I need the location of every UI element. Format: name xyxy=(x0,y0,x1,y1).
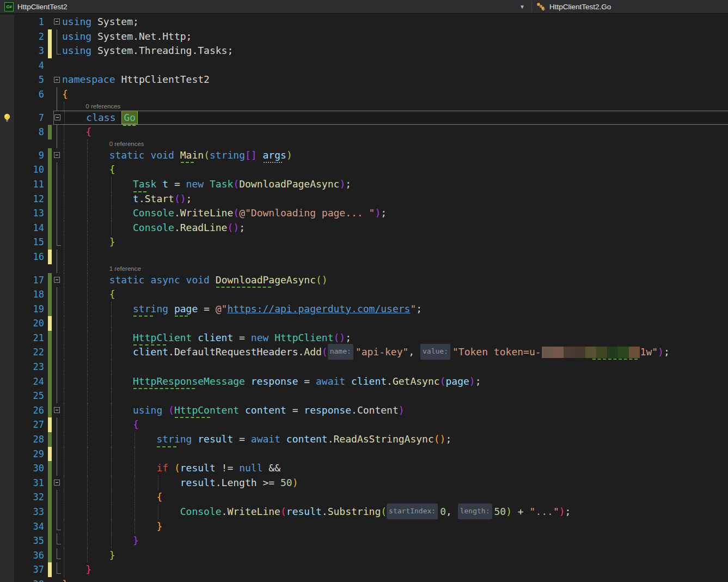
code-text[interactable] xyxy=(62,316,728,331)
breakpoint-margin[interactable] xyxy=(0,476,14,490)
breakpoint-margin[interactable] xyxy=(0,29,14,44)
code-text[interactable] xyxy=(62,58,728,73)
breakpoint-margin[interactable] xyxy=(0,235,14,250)
breakpoint-margin[interactable] xyxy=(0,461,14,476)
breakpoint-margin[interactable] xyxy=(0,44,14,58)
code-text[interactable]: string result = await content.ReadAsStri… xyxy=(62,432,728,447)
breakpoint-margin[interactable] xyxy=(0,111,14,125)
breakpoint-margin[interactable] xyxy=(0,177,14,192)
breakpoint-margin[interactable] xyxy=(0,447,14,462)
code-token: HttpClient xyxy=(133,331,192,345)
breakpoint-margin[interactable] xyxy=(0,562,14,577)
url-link[interactable]: https://api.pagerduty.com/users xyxy=(227,302,410,317)
code-text[interactable]: } xyxy=(62,548,728,563)
code-text[interactable]: static async void DownloadPageAsync() xyxy=(62,273,728,288)
code-text[interactable]: { xyxy=(62,417,728,432)
code-editor[interactable]: 1using System;2using System.Net.Http;3us… xyxy=(0,14,728,582)
breakpoint-margin[interactable] xyxy=(0,548,14,563)
code-text[interactable]: client.DefaultRequestHeaders.Add(name:"a… xyxy=(62,345,728,360)
code-token: result xyxy=(198,432,233,447)
fold-collapse-icon[interactable] xyxy=(54,277,60,283)
breakpoint-margin[interactable] xyxy=(0,403,14,418)
fold-collapse-icon[interactable] xyxy=(54,77,60,83)
breakpoint-margin[interactable] xyxy=(0,432,14,447)
breakpoint-margin[interactable] xyxy=(0,58,14,73)
code-text[interactable]: { xyxy=(62,125,728,140)
code-text[interactable]: using System.Threading.Tasks; xyxy=(62,44,728,58)
code-text[interactable] xyxy=(62,360,728,374)
breakpoint-margin[interactable] xyxy=(0,264,14,273)
code-text[interactable]: { xyxy=(62,490,728,505)
fold-collapse-icon[interactable] xyxy=(54,152,60,158)
breakpoint-margin[interactable] xyxy=(0,206,14,221)
code-text[interactable]: { xyxy=(62,287,728,302)
code-text[interactable]: if (result != null && xyxy=(62,461,728,476)
breakpoint-margin[interactable] xyxy=(0,577,14,582)
breakpoint-margin[interactable] xyxy=(0,490,14,505)
code-text[interactable] xyxy=(62,250,728,264)
code-text[interactable]: HttpClient client = new HttpClient(); xyxy=(62,331,728,345)
breakpoint-margin[interactable] xyxy=(0,287,14,302)
code-text[interactable]: HttpResponseMessage response = await cli… xyxy=(62,374,728,389)
fold-collapse-icon[interactable] xyxy=(54,114,60,120)
code-text[interactable]: using System; xyxy=(62,15,728,29)
breakpoint-margin[interactable] xyxy=(0,316,14,331)
code-text[interactable]: string page = @"https://api.pagerduty.co… xyxy=(62,302,728,317)
change-bar-unsaved xyxy=(48,250,52,264)
breakpoint-margin[interactable] xyxy=(0,519,14,534)
breakpoint-margin[interactable] xyxy=(0,389,14,403)
breakpoint-margin[interactable] xyxy=(0,505,14,519)
breakpoint-margin[interactable] xyxy=(0,417,14,432)
code-text[interactable]: using System.Net.Http; xyxy=(62,29,728,44)
code-text[interactable]: Console.WriteLine(result.Substring(start… xyxy=(62,505,728,519)
code-text[interactable]: t.Start(); xyxy=(62,192,728,207)
code-text[interactable]: } xyxy=(62,235,728,250)
code-text[interactable]: { xyxy=(62,87,728,102)
code-text[interactable]: } xyxy=(62,562,728,577)
chevron-down-icon[interactable]: ▼ xyxy=(519,4,527,10)
breakpoint-margin[interactable] xyxy=(0,374,14,389)
code-text[interactable]: using (HttpContent content = response.Co… xyxy=(62,403,728,418)
code-line: 25 xyxy=(0,389,728,403)
code-text[interactable] xyxy=(62,447,728,462)
code-text[interactable]: Console.WriteLine(@"Downloading page... … xyxy=(62,206,728,221)
code-text[interactable]: } xyxy=(62,577,728,582)
fold-collapse-icon[interactable] xyxy=(54,407,60,413)
code-text[interactable] xyxy=(62,389,728,403)
breakpoint-margin[interactable] xyxy=(0,148,14,163)
code-text[interactable]: Task t = new Task(DownloadPageAsync); xyxy=(62,177,728,192)
breakpoint-margin[interactable] xyxy=(0,534,14,548)
breakpoint-margin[interactable] xyxy=(0,140,14,148)
breakpoint-margin[interactable] xyxy=(0,15,14,29)
fold-collapse-icon[interactable] xyxy=(54,19,60,25)
breakpoint-margin[interactable] xyxy=(0,250,14,264)
breakpoint-margin[interactable] xyxy=(0,331,14,345)
codelens-references[interactable]: 1 reference xyxy=(109,264,141,273)
code-text[interactable]: result.Length >= 50) xyxy=(62,476,728,490)
code-text[interactable]: class Go xyxy=(63,111,728,125)
fold-collapse-icon[interactable] xyxy=(54,480,60,486)
code-text[interactable]: static void Main(string[] args) xyxy=(62,148,728,163)
code-text[interactable]: { xyxy=(62,162,728,177)
project-dropdown[interactable]: C# HttpClientTest2 ▼ xyxy=(0,0,531,13)
breakpoint-margin[interactable] xyxy=(0,221,14,235)
breakpoint-margin[interactable] xyxy=(0,360,14,374)
breakpoint-margin[interactable] xyxy=(0,87,14,102)
code-text[interactable]: namespace HttpClientTest2 xyxy=(62,72,728,87)
breakpoint-margin[interactable] xyxy=(0,273,14,288)
breakpoint-margin[interactable] xyxy=(0,302,14,317)
rename-highlight: Go xyxy=(121,111,138,124)
codelens-references[interactable]: 0 references xyxy=(109,140,144,148)
code-text[interactable]: } xyxy=(62,534,728,548)
breakpoint-margin[interactable] xyxy=(0,345,14,360)
code-text[interactable]: Console.ReadLine(); xyxy=(62,221,728,235)
codelens-references[interactable]: 0 references xyxy=(85,102,120,111)
breakpoint-margin[interactable] xyxy=(0,72,14,87)
code-text[interactable]: } xyxy=(62,519,728,534)
breakpoint-margin[interactable] xyxy=(0,162,14,177)
breakpoint-margin[interactable] xyxy=(0,125,14,140)
lightbulb-icon[interactable] xyxy=(3,113,11,123)
member-dropdown[interactable]: HttpClientTest2.Go xyxy=(532,0,615,13)
breakpoint-margin[interactable] xyxy=(0,192,14,207)
breakpoint-margin[interactable] xyxy=(0,102,14,111)
